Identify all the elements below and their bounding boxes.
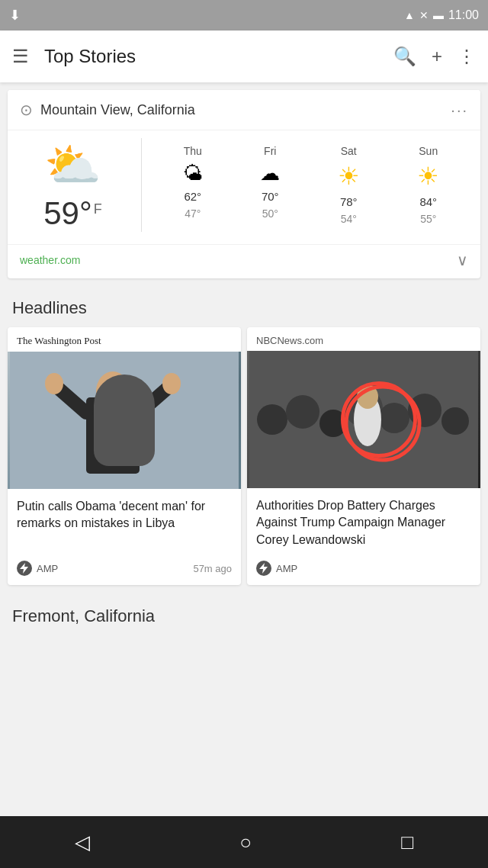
forecast-sun: Sun ☀ 84° 55° (417, 145, 439, 225)
add-icon[interactable]: + (432, 46, 442, 67)
status-bar: ⬇ ▲ ✕ ▬ 11:00 (0, 0, 488, 31)
news-footer-left-wapo: AMP (17, 561, 58, 576)
forecast-thu-label: Thu (184, 145, 202, 157)
weather-content: ⛅ 59° F Thu 🌤 62° 47° Fri ☁ 70° (8, 130, 480, 244)
forecast-fri-high: 70° (262, 190, 279, 203)
svg-point-7 (162, 373, 181, 394)
content: ⊙ Mountain View, California ··· ⛅ 59° F … (0, 90, 488, 687)
amp-label-nbc: AMP (276, 563, 297, 574)
svg-point-3 (96, 371, 130, 411)
temp-unit: F (94, 201, 102, 217)
forecast-sun-label: Sun (419, 145, 438, 157)
location-more-icon[interactable]: ··· (451, 101, 468, 119)
weather-current: ⛅ 59° F (20, 138, 142, 232)
forecast-sat-low: 54° (341, 213, 357, 225)
weather-card: ⊙ Mountain View, California ··· ⛅ 59° F … (8, 90, 480, 278)
news-footer-left-nbc: AMP (256, 561, 297, 576)
amp-icon-nbc (256, 561, 271, 576)
news-cards-row: The Washington Post (0, 327, 488, 593)
fremont-section-header: Fremont, California (0, 593, 488, 635)
svg-point-10 (286, 395, 319, 429)
home-button[interactable]: ○ (221, 823, 270, 862)
wifi-icon: ▲ (404, 9, 415, 21)
forecast-sat: Sat ☀ 78° 54° (338, 145, 360, 225)
news-card-wapo[interactable]: The Washington Post (8, 327, 241, 585)
forecast-fri-icon: ☁ (260, 162, 280, 185)
back-button[interactable]: ◁ (56, 823, 108, 862)
download-icon: ⬇ (9, 7, 21, 24)
forecast-thu-high: 62° (184, 190, 201, 203)
current-weather-icon: ⛅ (44, 138, 101, 192)
app-bar: ☰ Top Stories 🔍 + ⋮ (0, 31, 488, 82)
news-source-wapo: The Washington Post (8, 327, 241, 352)
news-footer-nbc: AMP (247, 555, 480, 585)
forecast-thu: Thu 🌤 62° 47° (183, 145, 203, 225)
forecast-fri-low: 50° (262, 207, 278, 220)
forecast-sun-icon: ☀ (417, 162, 439, 191)
location-icon: ⊙ (20, 101, 33, 119)
svg-point-14 (408, 394, 441, 427)
svg-point-18 (346, 387, 419, 460)
svg-point-12 (345, 389, 383, 427)
svg-point-16 (354, 393, 381, 446)
search-icon[interactable]: 🔍 (393, 46, 416, 67)
status-bar-left: ⬇ (9, 7, 24, 24)
forecast-sun-high: 84° (419, 195, 437, 208)
news-footer-wapo: AMP 57m ago (8, 555, 241, 585)
news-image-crowd (247, 351, 480, 488)
news-image-putin (8, 352, 241, 489)
menu-icon[interactable]: ☰ (12, 46, 29, 67)
status-bar-right: ▲ ✕ ▬ 11:00 (404, 8, 479, 22)
news-card-nbc[interactable]: NBCNews.com (247, 327, 480, 585)
forecast-sun-low: 55° (420, 213, 436, 225)
svg-point-17 (357, 384, 378, 409)
forecast-thu-low: 47° (185, 207, 201, 220)
more-options-icon[interactable]: ⋮ (458, 46, 476, 67)
current-temp: 59° (43, 195, 92, 232)
news-source-nbc: NBCNews.com (247, 327, 480, 351)
signal-off-icon: ✕ (419, 9, 429, 21)
bottom-space (0, 635, 488, 687)
weather-source-link[interactable]: weather.com (20, 254, 80, 266)
svg-point-15 (441, 407, 469, 435)
status-time: 11:00 (448, 8, 479, 22)
weather-location-bar: ⊙ Mountain View, California ··· (8, 90, 480, 130)
svg-rect-2 (86, 397, 140, 474)
amp-label-wapo: AMP (37, 563, 58, 574)
news-title-nbc: Authorities Drop Battery Charges Against… (247, 488, 480, 555)
forecast-sat-label: Sat (341, 145, 357, 157)
news-time-wapo: 57m ago (193, 563, 232, 574)
forecast-fri: Fri ☁ 70° 50° (260, 145, 280, 225)
location-name: Mountain View, California (40, 102, 443, 118)
svg-point-13 (379, 403, 409, 433)
battery-icon: ▬ (433, 9, 444, 21)
forecast-fri-label: Fri (264, 145, 276, 157)
headlines-header: Headlines (0, 285, 488, 327)
page-title: Top Stories (44, 46, 378, 67)
weather-expand-icon[interactable]: ∨ (457, 251, 468, 269)
nav-bar: ◁ ○ □ (0, 816, 488, 868)
forecast-sat-high: 78° (340, 195, 358, 208)
recents-button[interactable]: □ (383, 823, 432, 862)
forecast-sat-icon: ☀ (338, 162, 360, 191)
svg-point-9 (257, 404, 287, 435)
forecast-thu-icon: 🌤 (183, 162, 203, 185)
weather-footer: weather.com ∨ (8, 244, 480, 278)
amp-icon-wapo (17, 561, 32, 576)
svg-point-6 (45, 373, 63, 394)
news-title-wapo: Putin calls Obama 'decent man' for remar… (8, 489, 241, 555)
weather-forecast: Thu 🌤 62° 47° Fri ☁ 70° 50° Sat ☀ 78° (142, 145, 468, 225)
svg-point-11 (319, 410, 347, 437)
